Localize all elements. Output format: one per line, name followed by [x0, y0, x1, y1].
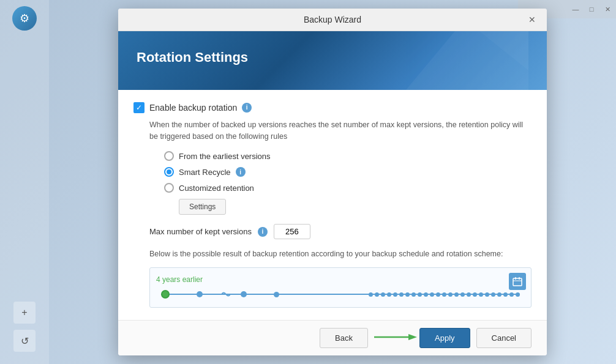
timeline-dot-1: [197, 291, 203, 297]
apply-button[interactable]: Apply: [419, 328, 470, 348]
taskbar-logo[interactable]: ⚙: [12, 6, 37, 31]
timeline-dot-sm: [375, 292, 379, 297]
below-description: Below is the possible result of backup r…: [149, 248, 531, 260]
taskbar-left: ⚙ + ↺: [0, 0, 49, 364]
rotation-description: When the number of backed up versions re…: [149, 119, 531, 143]
radio-smart[interactable]: [164, 167, 174, 177]
timeline-dot-sm: [387, 292, 391, 297]
modal-titlebar: Backup Wizard ✕: [118, 9, 547, 31]
radio-customized-label: Customized retention: [179, 184, 254, 193]
timeline-dot-sm: [393, 292, 397, 297]
svg-marker-7: [408, 334, 417, 340]
enable-backup-rotation-checkbox[interactable]: ✓: [133, 102, 145, 113]
max-versions-label: Max number of kept versions: [149, 227, 252, 236]
radio-earliest[interactable]: [164, 151, 174, 161]
modal-title: Backup Wizard: [139, 15, 526, 24]
timeline-dot-sm: [448, 292, 453, 297]
timeline-dot-sm: [473, 292, 477, 297]
backup-wizard-modal: Backup Wizard ✕ Rotation Settings ✓ Enab…: [118, 9, 547, 355]
timeline-container: 4 years earlier: [149, 267, 531, 308]
radio-customized-row[interactable]: Customized retention: [164, 183, 531, 193]
smart-recycle-info-icon[interactable]: i: [236, 167, 246, 177]
timeline-dot-sm: [369, 292, 373, 297]
enable-backup-rotation-row[interactable]: ✓ Enable backup rotation i: [133, 102, 531, 113]
timeline-dot-sm: [430, 292, 434, 297]
timeline-dot-sm: [491, 292, 495, 297]
modal-body: ✓ Enable backup rotation i When the numb…: [118, 90, 547, 320]
timeline-dot-sm: [418, 292, 422, 297]
desktop: ⚙ + ↺ — □ ✕ Backup Wizard ✕: [0, 0, 616, 364]
timeline-dot-sm: [436, 292, 440, 297]
timeline-dot-sm: [454, 292, 459, 297]
enable-backup-rotation-label: Enable backup rotation: [149, 103, 237, 113]
page-title: Rotation Settings: [137, 50, 528, 65]
radio-smart-row[interactable]: Smart Recycle i: [164, 167, 531, 177]
apply-arrow: [374, 331, 417, 345]
timeline-start-dot: [161, 290, 170, 299]
timeline-dot-3: [274, 292, 279, 297]
radio-smart-label: Smart Recycle: [179, 168, 231, 177]
timeline-dot-2: [241, 291, 247, 297]
radio-earliest-label: From the earliest versions: [179, 152, 271, 161]
modal-close-button[interactable]: ✕: [526, 13, 538, 26]
timeline-dot-sm: [405, 292, 410, 297]
enable-backup-info-icon[interactable]: i: [242, 103, 252, 113]
timeline-dot-sm: [399, 292, 404, 297]
timeline-dot-sm: [485, 292, 489, 297]
timeline-start-label: 4 years earlier: [156, 275, 525, 284]
max-versions-info-icon[interactable]: i: [258, 227, 268, 237]
timeline-dot-sm: [516, 292, 520, 297]
timeline-dot-sm: [467, 292, 471, 297]
timeline-dot-sm: [411, 292, 416, 297]
max-versions-row: Max number of kept versions i: [149, 224, 531, 239]
modal-footer: Back Apply Cancel: [118, 320, 547, 355]
max-versions-input[interactable]: [274, 224, 310, 239]
svg-rect-2: [513, 278, 522, 286]
cancel-button[interactable]: Cancel: [476, 328, 531, 348]
radio-customized[interactable]: [164, 183, 174, 193]
settings-button[interactable]: Settings: [179, 199, 226, 215]
timeline-dot-sm: [479, 292, 483, 297]
timeline-dot-sm: [460, 292, 465, 297]
radio-earliest-row[interactable]: From the earliest versions: [164, 151, 531, 161]
history-button[interactable]: ↺: [13, 330, 36, 352]
modal-overlay: Backup Wizard ✕ Rotation Settings ✓ Enab…: [49, 0, 616, 364]
timeline-dot-sm: [509, 292, 514, 297]
timeline-dot-sm: [424, 292, 428, 297]
retention-policy-radio-group: From the earliest versions Smart Recycle…: [164, 151, 531, 215]
timeline-dot-sm: [503, 292, 508, 297]
modal-header: Rotation Settings: [118, 31, 547, 90]
timeline-squiggle: [220, 290, 231, 299]
back-button[interactable]: Back: [320, 328, 368, 348]
timeline-dot-sm: [497, 292, 501, 297]
timeline-dot-sm: [381, 292, 385, 297]
timeline-dot-sm: [442, 292, 446, 297]
add-button[interactable]: +: [13, 302, 36, 324]
